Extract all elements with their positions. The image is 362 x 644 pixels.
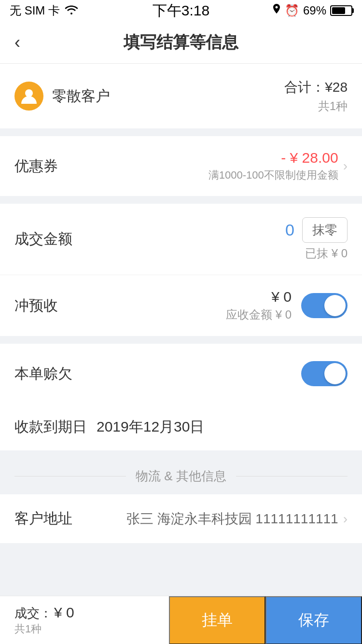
nav-bar: ‹ 填写结算等信息 <box>0 21 362 64</box>
address-value: 张三 海淀永丰科技园 11111111111 <box>82 510 338 528</box>
arrears-toggle-knob <box>324 363 346 384</box>
charge-advance-toggle[interactable] <box>301 293 348 318</box>
logistics-text: 物流 & 其他信息 <box>136 468 226 485</box>
arrears-row: 本单赊欠 <box>0 344 362 404</box>
total-count: 共1种 <box>284 98 348 114</box>
customer-card: 零散客户 合计：¥28 共1种 <box>0 64 362 128</box>
customer-left: 零散客户 <box>14 82 110 111</box>
bottom-deal-amount: ¥ 0 <box>54 604 74 621</box>
charge-sub: 应收金额 ¥ 0 <box>226 307 292 322</box>
location-icon <box>272 4 281 17</box>
due-date-value: 2019年12月30日 <box>97 417 204 437</box>
svg-point-0 <box>25 89 33 97</box>
customer-row: 零散客户 合计：¥28 共1种 <box>0 64 362 128</box>
arrears-card: 本单赊欠 收款到期日 2019年12月30日 <box>0 344 362 450</box>
status-left: 无 SIM 卡 <box>10 3 78 18</box>
back-button[interactable]: ‹ <box>14 32 20 53</box>
coupon-value-group: - ¥ 28.00 满1000-100不限制使用金额 <box>209 150 338 182</box>
wifi-icon <box>65 4 78 17</box>
status-time: 下午3:18 <box>153 1 209 21</box>
logistics-line-right <box>236 476 348 476</box>
deal-amount-right: 0 抹零 <box>285 217 348 243</box>
customer-avatar <box>14 82 43 111</box>
charge-amount-group: ¥ 0 应收金额 ¥ 0 <box>226 289 292 322</box>
round-zero-button[interactable]: 抹零 <box>302 217 348 243</box>
coupon-right: - ¥ 28.00 满1000-100不限制使用金额 › <box>209 150 348 182</box>
charge-advance-right: ¥ 0 应收金额 ¥ 0 <box>226 289 348 322</box>
deal-section: 成交金额 0 抹零 已抹 ¥ 0 冲预收 ¥ 0 应收金额 ¥ 0 <box>0 204 362 336</box>
status-bar: 无 SIM 卡 下午3:18 ⏰ 69% <box>0 0 362 21</box>
coupon-row[interactable]: 优惠券 - ¥ 28.00 满1000-100不限制使用金额 › <box>0 136 362 196</box>
address-row[interactable]: 客户地址 张三 海淀永丰科技园 11111111111 › <box>0 494 362 543</box>
logistics-header: 物流 & 其他信息 <box>0 458 362 494</box>
charge-advance-row: 冲预收 ¥ 0 应收金额 ¥ 0 <box>0 275 362 336</box>
alarm-icon: ⏰ <box>285 4 299 17</box>
arrears-label: 本单赊欠 <box>14 364 72 384</box>
charge-amount: ¥ 0 <box>226 289 292 305</box>
chevron-right-icon: › <box>343 158 348 174</box>
due-date-label: 收款到期日 <box>14 417 87 437</box>
bottom-bar: 成交： ¥ 0 共1种 挂单 保存 <box>0 596 362 644</box>
address-chevron-icon: › <box>343 511 348 527</box>
no-sim-text: 无 SIM 卡 <box>10 3 60 18</box>
address-card[interactable]: 客户地址 张三 海淀永丰科技园 11111111111 › <box>0 494 362 543</box>
deal-amount-sub: 已抹 ¥ 0 <box>305 246 348 261</box>
battery-percent: 69% <box>303 4 326 17</box>
coupon-desc: 满1000-100不限制使用金额 <box>209 168 338 182</box>
total-amount: 合计：¥28 <box>284 78 348 97</box>
charge-advance-label: 冲预收 <box>14 296 58 316</box>
deal-amount-label: 成交金额 <box>14 229 72 249</box>
toggle-knob <box>324 295 346 316</box>
deal-amount-value[interactable]: 0 <box>285 221 294 239</box>
coupon-card[interactable]: 优惠券 - ¥ 28.00 满1000-100不限制使用金额 › <box>0 136 362 196</box>
coupon-label: 优惠券 <box>14 156 58 176</box>
bottom-count: 共1种 <box>14 622 154 636</box>
save-button[interactable]: 保存 <box>265 596 362 644</box>
arrears-toggle[interactable] <box>301 361 348 386</box>
coupon-discount: - ¥ 28.00 <box>209 150 338 166</box>
customer-right: 合计：¥28 共1种 <box>284 78 348 114</box>
logistics-line-left <box>14 476 126 476</box>
battery-icon <box>330 5 352 16</box>
bottom-left: 成交： ¥ 0 共1种 <box>0 604 169 636</box>
hang-order-button[interactable]: 挂单 <box>169 596 265 644</box>
page-title: 填写结算等信息 <box>124 31 238 54</box>
address-label: 客户地址 <box>14 509 72 529</box>
deal-amount-row: 成交金额 0 抹零 已抹 ¥ 0 <box>0 204 362 275</box>
customer-name: 零散客户 <box>52 86 110 106</box>
status-right: ⏰ 69% <box>272 4 352 17</box>
bottom-deal-label: 成交： <box>14 605 52 622</box>
due-date-row[interactable]: 收款到期日 2019年12月30日 <box>0 404 362 450</box>
main-content: 零散客户 合计：¥28 共1种 优惠券 - ¥ 28.00 满1000-100不… <box>0 64 362 609</box>
